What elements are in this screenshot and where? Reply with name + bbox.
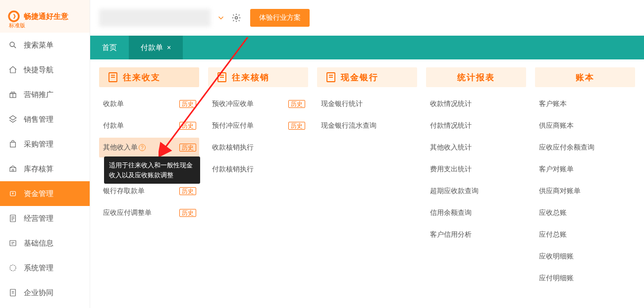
list-item[interactable]: 应付总账 <box>535 225 635 245</box>
list-item-label: 供应商账本 <box>539 121 574 130</box>
list-item[interactable]: 付款单历史 <box>99 116 199 136</box>
sidebar-nav: 搜索菜单快捷导航营销推广销售管理采购管理库存核算¥资金管理经营管理基础信息系统管… <box>0 33 90 305</box>
list-item[interactable]: 费用支出统计 <box>426 159 526 179</box>
sidebar-item-6[interactable]: ¥资金管理 <box>0 181 90 206</box>
column-header: 往来收支 <box>99 67 199 87</box>
cta-button[interactable]: 体验行业方案 <box>250 9 310 27</box>
sidebar-item-label: 系统管理 <box>24 263 54 273</box>
sidebar-item-label: 营销推广 <box>24 90 54 100</box>
list-item[interactable]: 收款单历史 <box>99 94 199 114</box>
column-list: 收款单历史付款单历史其他收入单?历史费用支出单历史银行存取款单历史应收应付调整单… <box>99 87 199 223</box>
list-item[interactable]: 现金银行统计 <box>317 94 417 114</box>
list-item[interactable]: 预收冲应收单历史 <box>208 94 308 114</box>
column-title: 账本 <box>576 72 594 83</box>
list-item[interactable]: 供应商对账单 <box>535 181 635 201</box>
list-item-label: 应收应付余额查询 <box>539 143 594 152</box>
main: 体验行业方案 首页付款单× 往来收支收款单历史付款单历史其他收入单?历史费用支出… <box>90 0 644 308</box>
sidebar-item-10[interactable]: 企业协同 <box>0 280 90 305</box>
list-item-label: 预付冲应付单 <box>212 121 254 130</box>
svg-text:¥: ¥ <box>12 192 14 195</box>
sidebar-item-0[interactable]: 搜索菜单 <box>0 33 90 57</box>
close-icon[interactable]: × <box>167 44 171 51</box>
history-tag[interactable]: 历史 <box>179 122 196 130</box>
sidebar-item-8[interactable]: 基础信息 <box>0 231 90 256</box>
list-item[interactable]: 超期应收款查询 <box>426 181 526 201</box>
list-item-label: 客户信用分析 <box>430 230 472 239</box>
list-item[interactable]: 信用余额查询 <box>426 203 526 223</box>
ops-icon <box>8 213 18 223</box>
sidebar-item-label: 采购管理 <box>24 140 54 149</box>
sidebar: 畅捷通好生意 标准版 搜索菜单快捷导航营销推广销售管理采购管理库存核算¥资金管理… <box>0 0 90 308</box>
tooltip: 适用于往来收入和一般性现金收入以及应收账款调整 <box>104 156 200 184</box>
list-item[interactable]: 应收总账 <box>535 203 635 223</box>
list-item[interactable]: 客户账本 <box>535 94 635 114</box>
list-item[interactable]: 供应商账本 <box>535 116 635 136</box>
chevron-down-icon[interactable] <box>216 13 225 22</box>
sidebar-item-label: 经营管理 <box>24 214 54 223</box>
column-title: 统计报表 <box>457 72 495 83</box>
header-blurred-area <box>99 9 211 27</box>
doc-icon <box>325 71 337 83</box>
list-item[interactable]: 应收明细账 <box>535 247 635 266</box>
sidebar-item-1[interactable]: 快捷导航 <box>0 57 90 82</box>
list-item[interactable]: 应付明细账 <box>535 268 635 288</box>
list-item[interactable]: 付款情况统计 <box>426 116 526 136</box>
list-item[interactable]: 应收应付余额查询 <box>535 138 635 157</box>
list-item[interactable]: 客户信用分析 <box>426 225 526 245</box>
history-tag[interactable]: 历史 <box>288 100 305 108</box>
column-header: 往来核销 <box>208 67 308 87</box>
logo-text: 畅捷通好生意 <box>24 12 68 21</box>
column-title: 现金银行 <box>341 72 378 83</box>
list-item[interactable]: 预付冲应付单历史 <box>208 116 308 136</box>
svg-rect-15 <box>10 289 16 296</box>
cart-icon <box>8 139 18 149</box>
tab-0[interactable]: 首页 <box>90 36 129 59</box>
history-tag[interactable]: 历史 <box>179 100 196 108</box>
sidebar-item-5[interactable]: 库存核算 <box>0 156 90 181</box>
list-item[interactable]: 收款情况统计 <box>426 94 526 114</box>
list-item[interactable]: 客户对账单 <box>535 159 635 179</box>
logo-icon <box>7 9 21 23</box>
list-item[interactable]: 其他收入单?历史 <box>99 138 199 157</box>
list-item-label: 费用支出统计 <box>430 165 472 174</box>
list-item-label: 现金银行流水查询 <box>321 121 376 130</box>
search-icon <box>8 40 18 50</box>
sidebar-item-7[interactable]: 经营管理 <box>0 206 90 231</box>
list-item[interactable]: 其他收入统计 <box>426 138 526 157</box>
list-item-label: 应收明细账 <box>539 252 574 261</box>
list-item-label: 超期应收款查询 <box>430 187 479 196</box>
gear-icon[interactable] <box>231 13 241 23</box>
history-tag[interactable]: 历史 <box>288 122 305 130</box>
tab-1[interactable]: 付款单× <box>129 36 183 59</box>
svg-rect-11 <box>10 241 16 246</box>
sidebar-item-3[interactable]: 销售管理 <box>0 107 90 132</box>
list-item[interactable]: 收款核销执行 <box>208 138 308 157</box>
content-area: 往来收支收款单历史付款单历史其他收入单?历史费用支出单历史银行存取款单历史应收应… <box>90 59 644 308</box>
column-title: 往来核销 <box>232 72 269 83</box>
list-item[interactable]: 银行存取款单历史 <box>99 181 199 201</box>
list-item-label: 付款核销执行 <box>212 165 254 174</box>
column-list: 预收冲应收单历史预付冲应付单历史收款核销执行付款核销执行 <box>208 87 308 179</box>
list-item-label: 应付明细账 <box>539 274 574 283</box>
logo-bar: 畅捷通好生意 标准版 <box>0 0 90 33</box>
history-tag[interactable]: 历史 <box>179 209 196 217</box>
tabbar: 首页付款单× <box>90 36 644 59</box>
list-item-label: 应收总账 <box>539 208 567 217</box>
home-icon <box>8 65 18 75</box>
sidebar-item-4[interactable]: 采购管理 <box>0 132 90 156</box>
sidebar-item-9[interactable]: 系统管理 <box>0 256 90 280</box>
column-list: 现金银行统计现金银行流水查询 <box>317 87 417 136</box>
list-item[interactable]: 现金银行流水查询 <box>317 116 417 136</box>
list-item[interactable]: 付款核销执行 <box>208 159 308 179</box>
help-icon[interactable]: ? <box>139 144 146 151</box>
history-tag[interactable]: 历史 <box>179 187 196 195</box>
column-header: 统计报表 <box>426 67 526 87</box>
list-item-label: 收款单 <box>103 100 124 108</box>
list-item-label: 收款情况统计 <box>430 100 472 108</box>
list-item-label: 供应商对账单 <box>539 187 581 196</box>
tab-label: 首页 <box>102 43 117 52</box>
sidebar-item-2[interactable]: 营销推广 <box>0 82 90 107</box>
list-item-label: 应付总账 <box>539 230 567 239</box>
list-item[interactable]: 应收应付调整单历史 <box>99 203 199 223</box>
history-tag[interactable]: 历史 <box>179 144 196 152</box>
